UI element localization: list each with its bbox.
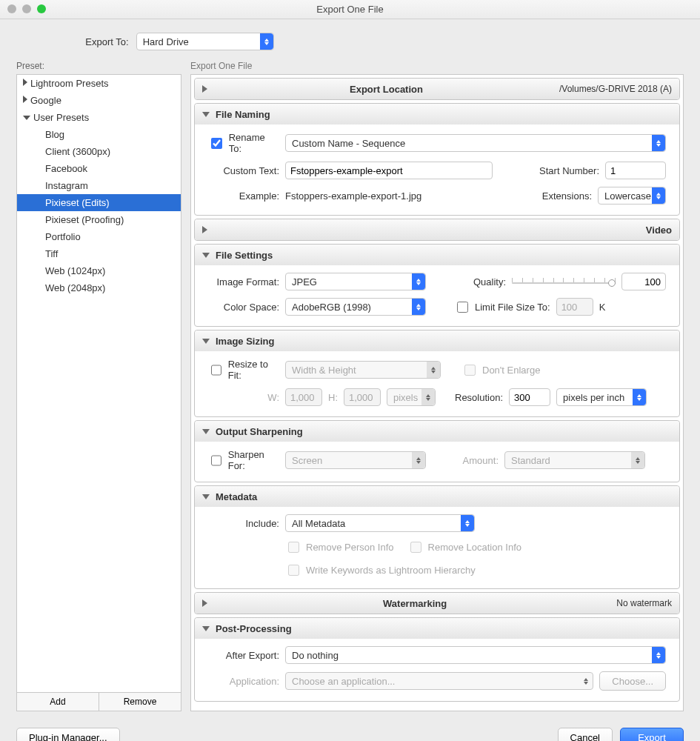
slider-thumb[interactable] [608, 279, 616, 287]
window-title: Export One File [316, 4, 383, 15]
chevron-right-icon [23, 79, 27, 86]
start-number-input[interactable] [605, 162, 666, 179]
add-preset-button[interactable]: Add [17, 693, 99, 711]
plugin-manager-button[interactable]: Plug-in Manager... [16, 728, 120, 741]
chevron-updown-icon [427, 362, 440, 378]
chevron-right-icon [202, 226, 640, 233]
resize-to-fit-checkbox[interactable]: Resize to Fit: [208, 359, 279, 381]
example-value: Fstoppers-example-export-1.jpg [285, 190, 421, 202]
section-header-video[interactable]: Video [195, 219, 679, 240]
include-select[interactable]: All Metadata [285, 514, 475, 532]
application-select: Choose an application... [285, 672, 593, 690]
export-button[interactable]: Export [620, 728, 684, 741]
preset-item[interactable]: Client (3600px) [17, 143, 181, 160]
preset-list[interactable]: Lightroom Presets Google User Presets Bl… [16, 74, 181, 693]
remove-location-checkbox: Remove Location Info [407, 539, 521, 555]
chevron-down-icon [202, 494, 210, 499]
resolution-unit-select[interactable]: pixels per inch [556, 388, 647, 406]
amount-select: Standard [504, 451, 645, 469]
include-label: Include: [208, 518, 279, 529]
close-icon[interactable] [7, 4, 16, 13]
section-header-watermarking[interactable]: Watermarking No watermark [195, 593, 679, 614]
section-watermarking: Watermarking No watermark [194, 592, 680, 614]
limit-file-size-input [556, 298, 593, 316]
export-to-label: Export To: [85, 36, 128, 47]
chevron-down-icon [23, 116, 30, 120]
limit-file-size-checkbox[interactable]: Limit File Size To: [454, 299, 550, 315]
section-post-processing: Post-Processing After Export: Do nothing… [194, 617, 680, 702]
image-format-select[interactable]: JPEG [285, 273, 426, 290]
export-location-summary: /Volumes/G-DRIVE 2018 (A) [559, 84, 672, 94]
preset-group-lightroom[interactable]: Lightroom Presets [17, 75, 181, 92]
quality-slider[interactable] [512, 276, 616, 287]
chevron-updown-icon [633, 389, 646, 405]
width-input [285, 388, 322, 406]
section-video: Video [194, 219, 680, 241]
rename-to-checkbox[interactable]: Rename To: [208, 132, 279, 154]
preset-item[interactable]: Instagram [17, 177, 181, 194]
chevron-updown-icon [631, 452, 644, 468]
chevron-updown-icon [652, 647, 665, 663]
quality-input[interactable] [621, 273, 666, 290]
preset-item[interactable]: Portfolio [17, 228, 181, 245]
color-space-select[interactable]: AdobeRGB (1998) [285, 298, 426, 316]
window-controls [7, 4, 46, 13]
preset-label: Preset: [16, 61, 181, 71]
section-header-file-naming[interactable]: File Naming [195, 104, 679, 124]
chevron-down-icon [579, 673, 593, 689]
chevron-right-icon [202, 599, 377, 607]
preset-group-google[interactable]: Google [17, 92, 181, 109]
section-output-sharpening: Output Sharpening Sharpen For: Screen Am… [194, 420, 680, 482]
write-keywords-checkbox: Write Keywords as Lightroom Hierarchy [285, 562, 476, 578]
chevron-updown-icon [461, 515, 474, 531]
extensions-select[interactable]: Lowercase [598, 187, 666, 205]
start-number-label: Start Number: [499, 165, 599, 176]
chevron-down-icon [202, 112, 210, 117]
quality-label: Quality: [454, 276, 506, 288]
remove-preset-button[interactable]: Remove [99, 693, 181, 711]
minimize-icon[interactable] [22, 4, 31, 13]
color-space-label: Color Space: [208, 302, 279, 313]
section-header-post-processing[interactable]: Post-Processing [195, 618, 679, 639]
export-to-select[interactable]: Hard Drive [136, 33, 274, 50]
rename-scheme-select[interactable]: Custom Name - Sequence [285, 134, 666, 152]
limit-unit-label: K [599, 302, 606, 313]
preset-item[interactable]: Blog [17, 126, 181, 143]
custom-text-label: Custom Text: [208, 165, 279, 176]
image-format-label: Image Format: [208, 276, 279, 288]
resolution-label: Resolution: [455, 392, 503, 403]
section-file-naming: File Naming Rename To: Custom Name - Seq… [194, 103, 680, 216]
preset-group-user[interactable]: User Presets [17, 109, 181, 126]
preset-item[interactable]: Tiff [17, 245, 181, 262]
cancel-button[interactable]: Cancel [558, 728, 613, 741]
section-image-sizing: Image Sizing Resize to Fit: Width & Heig… [194, 330, 680, 417]
chevron-updown-icon [421, 389, 435, 405]
preset-item[interactable]: Web (1024px) [17, 262, 181, 279]
extensions-label: Extensions: [427, 190, 592, 202]
section-header-image-sizing[interactable]: Image Sizing [195, 330, 679, 351]
section-header-metadata[interactable]: Metadata [195, 486, 679, 507]
maximize-icon[interactable] [37, 4, 46, 13]
chevron-down-icon [202, 429, 210, 434]
chevron-down-icon [202, 626, 210, 631]
window-titlebar: Export One File [0, 0, 700, 19]
sharpen-for-select: Screen [285, 451, 426, 469]
custom-text-input[interactable] [285, 162, 493, 179]
chevron-down-icon [202, 339, 210, 344]
height-label: H: [328, 392, 338, 403]
section-header-output-sharpening[interactable]: Output Sharpening [195, 421, 679, 442]
choose-application-button: Choose... [599, 671, 666, 691]
section-header-file-settings[interactable]: File Settings [195, 245, 679, 265]
preset-item[interactable]: Web (2048px) [17, 279, 181, 296]
preset-item[interactable]: Pixieset (Proofing) [17, 211, 181, 228]
preset-item[interactable]: Facebook [17, 160, 181, 177]
resolution-input[interactable] [509, 388, 550, 406]
chevron-down-icon [202, 253, 210, 258]
preset-item-selected[interactable]: Pixieset (Edits) [17, 194, 181, 211]
chevron-updown-icon [260, 33, 273, 50]
chevron-right-icon [202, 85, 344, 93]
after-export-select[interactable]: Do nothing [285, 646, 666, 664]
sharpen-for-checkbox[interactable]: Sharpen For: [208, 449, 279, 471]
section-header-export-location[interactable]: Export Location /Volumes/G-DRIVE 2018 (A… [195, 79, 679, 99]
watermarking-summary: No watermark [616, 598, 672, 608]
